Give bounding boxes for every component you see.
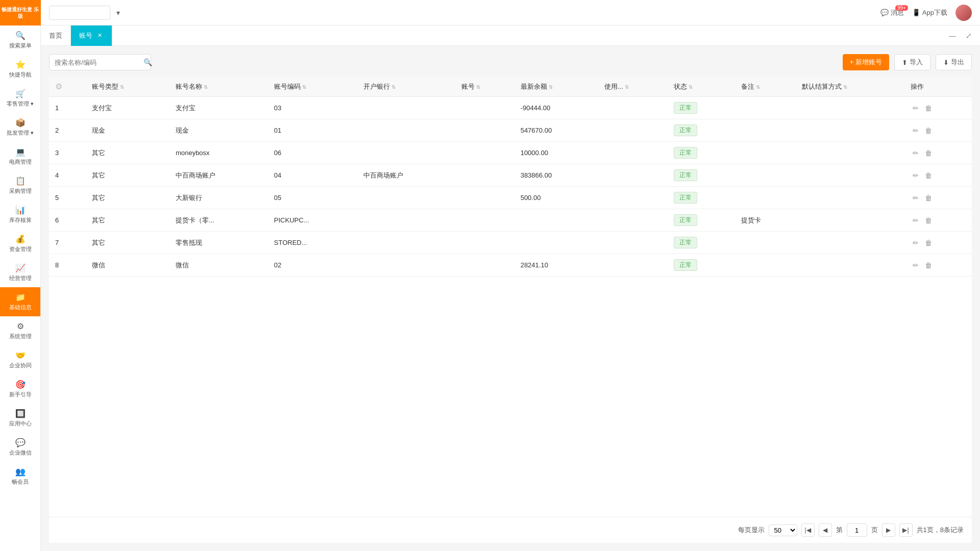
col-status[interactable]: 状态⇅: [668, 77, 735, 97]
edit-button[interactable]: ✏: [911, 103, 921, 113]
sidebar-item-2[interactable]: 🛒 零售管理 ▾: [0, 84, 40, 113]
col-settings[interactable]: ⚙: [49, 77, 86, 97]
import-button[interactable]: ⬆ 导入: [894, 54, 930, 70]
col-usage[interactable]: 使用...⇅: [598, 77, 668, 97]
col-code[interactable]: 账号编码⇅: [268, 77, 357, 97]
sidebar-item-3[interactable]: 📦 批发管理 ▾: [0, 113, 40, 142]
cell-action: ✏ 🗑: [904, 97, 972, 119]
edit-button[interactable]: ✏: [911, 148, 921, 158]
page-prev-button[interactable]: ◀: [819, 523, 832, 537]
dropdown-button[interactable]: ▾: [116, 9, 120, 17]
search-input[interactable]: [55, 59, 140, 66]
sidebar-item-10[interactable]: ⚙ 系统管理: [0, 316, 40, 345]
page-next-button[interactable]: ▶: [882, 523, 895, 537]
export-icon: ⬇: [943, 59, 949, 66]
phone-icon: 📱: [912, 9, 920, 16]
edit-button[interactable]: ✏: [911, 170, 921, 181]
sidebar-icon-13: 🔲: [15, 409, 26, 418]
col-remark[interactable]: 备注⇅: [735, 77, 796, 97]
tab-close-button[interactable]: ✕: [95, 32, 104, 40]
sidebar-item-5[interactable]: 📋 采购管理: [0, 171, 40, 200]
col-name[interactable]: 账号名称⇅: [169, 77, 268, 97]
cell-bank: [357, 97, 456, 119]
cell-bank: [357, 119, 456, 142]
page-last-button[interactable]: ▶|: [899, 523, 913, 537]
sidebar-item-0[interactable]: 🔍 搜索菜单: [0, 26, 40, 55]
export-button[interactable]: ⬇ 导出: [936, 54, 972, 70]
edit-button[interactable]: ✏: [911, 126, 921, 136]
cell-usage: [598, 254, 668, 277]
cell-account: [455, 187, 514, 209]
cell-remark: [735, 187, 796, 209]
sidebar-item-14[interactable]: 💬 企业微信: [0, 433, 40, 462]
export-label: 导出: [951, 58, 964, 67]
cell-action: ✏ 🗑: [904, 142, 972, 164]
page-size-select[interactable]: 501020100: [769, 524, 797, 536]
edit-button[interactable]: ✏: [911, 215, 921, 226]
sidebar-icon-9: 📁: [15, 292, 26, 302]
page-size-label: 每页显示: [738, 525, 765, 535]
cell-bank: [357, 232, 456, 254]
tab-home[interactable]: 首页: [41, 26, 71, 46]
page-first-button[interactable]: |◀: [801, 523, 815, 537]
sidebar-item-12[interactable]: 🎯 新手引导: [0, 374, 40, 404]
messages-badge: 99+: [895, 5, 908, 11]
col-account[interactable]: 账号⇅: [455, 77, 514, 97]
col-balance[interactable]: 最新余额⇅: [514, 77, 598, 97]
cell-remark: [735, 119, 796, 142]
delete-button[interactable]: 🗑: [923, 170, 934, 181]
edit-button[interactable]: ✏: [911, 193, 921, 203]
app-download-button[interactable]: 📱 App下载: [912, 8, 947, 17]
sidebar-item-8[interactable]: 📈 经营管理: [0, 258, 40, 287]
cell-status: 正常: [668, 232, 735, 254]
add-account-button[interactable]: + 新增账号: [843, 54, 889, 70]
messages-button[interactable]: 💬 消息 99+: [880, 8, 904, 17]
cell-type: 其它: [86, 164, 169, 187]
sidebar-label-8: 经营管理: [9, 274, 32, 282]
delete-button[interactable]: 🗑: [923, 260, 934, 270]
delete-button[interactable]: 🗑: [923, 126, 934, 136]
user-avatar[interactable]: [955, 5, 972, 21]
col-type[interactable]: 账号类型⇅: [86, 77, 169, 97]
cell-default-settle: [796, 232, 904, 254]
col-bank[interactable]: 开户银行⇅: [357, 77, 456, 97]
sidebar-label-5: 采购管理: [9, 187, 32, 195]
tab-maximize-button[interactable]: ⤢: [962, 29, 976, 43]
cell-bank: 中百商场账户: [357, 164, 456, 187]
sidebar-item-4[interactable]: 💻 电商管理: [0, 142, 40, 171]
edit-button[interactable]: ✏: [911, 238, 921, 248]
cell-name: 支付宝: [169, 97, 268, 119]
sidebar-item-11[interactable]: 🤝 企业协同: [0, 345, 40, 374]
delete-button[interactable]: 🗑: [923, 193, 934, 203]
pagination: 每页显示 501020100 |◀ ◀ 第 页 ▶ ▶| 共1页，8条记录: [49, 517, 972, 543]
edit-button[interactable]: ✏: [911, 260, 921, 270]
table-row: 2 现金 现金 01 547670.00 正常 ✏ 🗑: [49, 119, 972, 142]
delete-button[interactable]: 🗑: [923, 148, 934, 158]
page-input[interactable]: [847, 523, 867, 537]
cell-code: 05: [268, 187, 357, 209]
cell-account: [455, 97, 514, 119]
col-default-settle[interactable]: 默认结算方式⇅: [796, 77, 904, 97]
sidebar-item-7[interactable]: 💰 资金管理: [0, 229, 40, 258]
page-current-label: 第: [836, 525, 843, 535]
sidebar-label-3: 批发管理 ▾: [7, 129, 34, 137]
tab-account[interactable]: 账号 ✕: [71, 26, 112, 46]
add-account-label: + 新增账号: [850, 58, 882, 67]
sidebar-item-13[interactable]: 🔲 应用中心: [0, 404, 40, 433]
sidebar-item-15[interactable]: 👥 畅会员: [0, 462, 40, 491]
sidebar-icon-6: 📊: [15, 205, 26, 215]
delete-button[interactable]: 🗑: [923, 103, 934, 113]
cell-remark: 提货卡: [735, 209, 796, 232]
sidebar-label-0: 搜索菜单: [9, 42, 32, 49]
delete-button[interactable]: 🗑: [923, 238, 934, 248]
tab-minimize-button[interactable]: —: [945, 29, 960, 43]
cell-balance: 500.00: [514, 187, 598, 209]
cell-usage: [598, 187, 668, 209]
top-search-input[interactable]: [49, 6, 110, 20]
cell-remark: [735, 232, 796, 254]
delete-button[interactable]: 🗑: [923, 215, 934, 226]
sidebar-item-1[interactable]: ⭐ 快捷导航: [0, 55, 40, 84]
sidebar-item-6[interactable]: 📊 库存核算: [0, 200, 40, 229]
col-action: 操作: [904, 77, 972, 97]
sidebar-item-9[interactable]: 📁 基础信息: [0, 287, 40, 316]
